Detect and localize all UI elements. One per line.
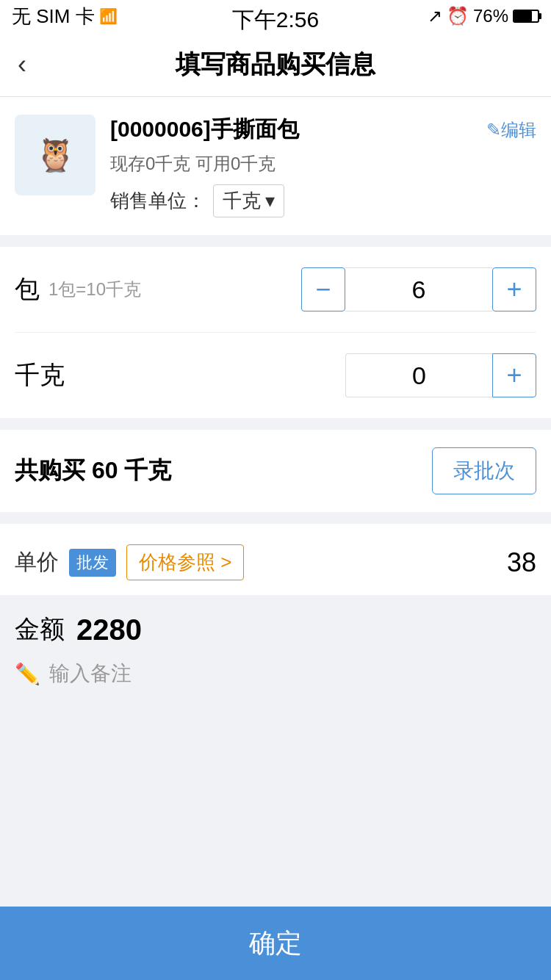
bottom-filler [0,699,551,846]
product-card: 🦉 [0000006]手撕面包 ✎编辑 现存0千克 可用0千克 销售单位： 千克… [0,97,551,235]
quantity-form: 包 1包=10千克 − + 千克 + [0,247,551,418]
status-left: 无 SIM 卡 📶 [12,4,118,29]
amount-value: 2280 [76,613,142,646]
kg-quantity-control: + [345,353,536,397]
product-name-row: [0000006]手撕面包 ✎编辑 [110,115,536,145]
price-left: 单价 批发 价格参照 > [15,544,244,580]
product-logo-icon: 🦉 [35,136,76,174]
bao-quantity-control: − + [301,267,536,311]
confirm-button[interactable]: 确定 [0,907,551,980]
location-icon: ↗ [428,6,442,26]
remark-row[interactable]: ✏️ 输入备注 [15,660,536,688]
unit-label: 销售单位： [110,188,206,214]
price-section: 单价 批发 价格参照 > 38 金额 2280 ✏️ 输入备注 [0,524,551,699]
kg-unit-label: 千克 [15,359,65,392]
remark-placeholder: 输入备注 [49,660,132,688]
bao-sublabel: 1包=10千克 [48,278,141,301]
carrier-text: 无 SIM 卡 [12,4,95,29]
nav-bar: ‹ 填写商品购买信息 [0,32,551,97]
bao-label: 包 1包=10千克 [15,273,141,306]
edit-button[interactable]: ✎编辑 [486,118,536,142]
wifi-icon: 📶 [99,7,118,25]
product-stock: 现存0千克 可用0千克 [110,152,536,176]
battery-bar [513,10,539,23]
summary-section: 共购买 60 千克 录批次 [0,430,551,512]
edit-remark-icon: ✏️ [15,662,40,686]
price-badge: 批发 [69,549,116,577]
bao-unit-label: 包 [15,273,40,306]
kg-plus-button[interactable]: + [492,353,536,397]
product-unit-row: 销售单位： 千克 ▾ [110,184,536,217]
summary-prefix: 共购买 [15,457,92,483]
product-name: [0000006]手撕面包 [110,115,299,145]
battery-fill [514,11,532,21]
amount-label: 金额 [15,613,65,646]
unit-select[interactable]: 千克 ▾ [213,184,284,217]
price-value: 38 [507,547,536,578]
bao-quantity-input[interactable] [345,267,492,311]
unit-value: 千克 [223,188,261,214]
page-title: 填写商品购买信息 [176,48,375,82]
amount-area: 金额 2280 ✏️ 输入备注 [0,595,551,699]
bao-minus-button[interactable]: − [301,267,345,311]
alarm-icon: ⏰ [447,6,469,26]
status-time: 下午2:56 [232,5,319,35]
back-button[interactable]: ‹ [18,49,26,80]
price-label: 单价 [15,547,59,577]
dropdown-icon: ▾ [265,190,275,212]
kg-quantity-input[interactable] [345,353,492,397]
price-row: 单价 批发 价格参照 > 38 [15,544,536,580]
summary-amount: 60 [92,457,124,483]
product-image: 🦉 [15,115,96,195]
product-info: [0000006]手撕面包 ✎编辑 现存0千克 可用0千克 销售单位： 千克 ▾ [110,115,536,217]
kg-row: 千克 + [15,333,536,418]
bao-plus-button[interactable]: + [492,267,536,311]
price-ref-button[interactable]: 价格参照 > [126,544,244,580]
summary-unit: 千克 [124,457,171,483]
kg-label: 千克 [15,359,65,392]
bao-row: 包 1包=10千克 − + [15,247,536,333]
status-right: ↗ ⏰ 76% [428,6,539,26]
record-batch-button[interactable]: 录批次 [432,447,536,494]
battery-text: 76% [473,6,508,26]
amount-row: 金额 2280 [15,613,536,646]
status-bar: 无 SIM 卡 📶 下午2:56 ↗ ⏰ 76% [0,0,551,32]
summary-text: 共购买 60 千克 [15,455,171,487]
